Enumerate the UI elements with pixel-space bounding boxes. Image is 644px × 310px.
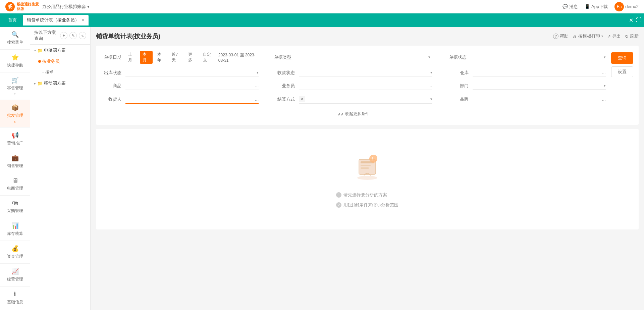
sidebar-item-basic[interactable]: ℹ 基础信息 bbox=[0, 287, 30, 309]
app-dropdown[interactable]: 办公用品行业模拟账套 ▾ bbox=[42, 4, 90, 10]
query-btn[interactable]: 查询 bbox=[611, 52, 633, 64]
goods-input[interactable]: ... bbox=[125, 82, 259, 90]
sub-layout: 按以下方案查询 + ✎ « ▾ 📁 电脑端方案 按业务员 bbox=[30, 27, 644, 310]
filter-row-4: 收货人 ... 结算方式 × ▾ bbox=[101, 95, 606, 104]
sidebar-item-sales[interactable]: 💼 销售管理 bbox=[0, 150, 30, 173]
sidebar-item-inventory[interactable]: 📊 库存核算 bbox=[0, 218, 30, 241]
box-icon: 📦 bbox=[11, 104, 19, 111]
brand-input[interactable]: ... bbox=[473, 95, 606, 103]
warehouse-ellipsis[interactable]: ... bbox=[602, 70, 606, 75]
filter-card: 单据日期 上月 本月 本年 近7天 更多 自定义 bbox=[96, 46, 639, 125]
tree-group-desktop-header[interactable]: ▾ 📁 电脑端方案 bbox=[30, 45, 90, 56]
brand-ellipsis[interactable]: ... bbox=[602, 96, 606, 102]
doc-state-select[interactable]: ▾ bbox=[471, 54, 606, 61]
finance-icon: 💰 bbox=[11, 245, 19, 252]
scheme-tree: ▾ 📁 电脑端方案 按业务员 ◦ 按单 ▸ bbox=[30, 45, 90, 310]
left-panel: 按以下方案查询 + ✎ « ▾ 📁 电脑端方案 按业务员 bbox=[30, 27, 91, 310]
doc-type-label: 单据类型 bbox=[265, 54, 291, 60]
purchase-icon: 🛍 bbox=[12, 200, 18, 207]
goods-label: 商品 bbox=[101, 83, 121, 89]
out-state-label: 出库状态 bbox=[101, 70, 121, 76]
arrow-up-icon: ▴ bbox=[14, 120, 16, 123]
dept-arrow: ▾ bbox=[604, 84, 606, 88]
empty-tips: 1 请先选择要分析的方案 2 用[过滤]条件来缩小分析范围 bbox=[336, 191, 398, 209]
sidebar-item-marketing[interactable]: 📢 营销推广 bbox=[0, 127, 30, 150]
user-area[interactable]: Ea demo2 bbox=[614, 2, 639, 11]
tree-group-mobile-header[interactable]: ▸ 📁 移动端方案 bbox=[30, 78, 90, 89]
receiver-label: 收货人 bbox=[101, 96, 121, 102]
page-title: 销货单统计表(按业务员) bbox=[96, 32, 160, 40]
sales-icon: 💼 bbox=[11, 154, 19, 162]
sidebar-item-finance[interactable]: 💰 资金管理 bbox=[0, 241, 30, 264]
warehouse-label: 仓库 bbox=[442, 70, 469, 76]
date-btn-this-year[interactable]: 本年 bbox=[155, 51, 167, 64]
dept-select[interactable]: ▾ bbox=[473, 82, 606, 90]
top-bar-right: 💬 消息 📱 App下载 Ea demo2 bbox=[562, 2, 639, 11]
collapse-btn[interactable]: ∧∧ 收起更多条件 bbox=[101, 108, 606, 119]
settle-select[interactable]: × ▾ bbox=[299, 95, 432, 104]
tab-close-window-btn[interactable]: ✕ bbox=[629, 17, 633, 23]
warehouse-input[interactable]: ... bbox=[473, 68, 606, 77]
scheme-collapse-btn[interactable]: « bbox=[79, 32, 86, 39]
refresh-btn[interactable]: ↻ 刷新 bbox=[625, 33, 639, 39]
search-icon: 🔍 bbox=[11, 31, 19, 38]
export-btn[interactable]: ↗ 导出 bbox=[607, 33, 621, 39]
date-btn-7days[interactable]: 近7天 bbox=[169, 51, 183, 64]
receipt-state-label: 收款状态 bbox=[268, 70, 295, 76]
top-bar: 畅 畅捷通好生意 标版 办公用品行业模拟账套 ▾ 💬 消息 📱 App下载 Ea… bbox=[0, 0, 644, 13]
out-state-select[interactable]: ▾ bbox=[125, 69, 259, 76]
refresh-icon: ↻ bbox=[625, 34, 629, 39]
tab-close-icon[interactable]: ✕ bbox=[81, 18, 85, 22]
date-filter: 上月 本月 本年 近7天 更多 自定义 2023-03-01 至 2023-03… bbox=[125, 51, 261, 64]
app-download-action[interactable]: 📱 App下载 bbox=[585, 4, 608, 10]
folder-icon: 📁 bbox=[37, 48, 43, 53]
tab-home[interactable]: 首页 bbox=[3, 15, 22, 25]
tree-subitem-by-order[interactable]: ◦ 按单 bbox=[30, 67, 90, 78]
cart-icon: 🛒 bbox=[11, 76, 19, 84]
sidebar-item-search[interactable]: 🔍 搜索菜单 bbox=[0, 27, 30, 50]
query-scheme-header: 按以下方案查询 + ✎ « bbox=[30, 27, 90, 45]
settle-tag[interactable]: × bbox=[299, 96, 305, 102]
query-scheme-title: 按以下方案查询 bbox=[34, 30, 57, 42]
main-layout: 🔍 搜索菜单 ⭐ 快捷导航 🛒 零售管理 ▾ 📦 批发管理 ▴ 📢 营销推广 💼… bbox=[0, 27, 644, 310]
template-print-btn[interactable]: 🖨 按模板打印 ▾ bbox=[573, 33, 603, 39]
sidebar-item-purchase[interactable]: 🛍 采购管理 bbox=[0, 196, 30, 218]
message-action[interactable]: 💬 消息 bbox=[562, 4, 578, 10]
filter-row-3: 商品 ... 业务员 ... 部门 bbox=[101, 82, 606, 90]
receipt-state-select[interactable]: ▾ bbox=[299, 69, 432, 76]
avatar: Ea bbox=[614, 2, 624, 11]
doc-type-select[interactable]: ▾ bbox=[296, 54, 431, 61]
scheme-add-btn[interactable]: + bbox=[60, 32, 67, 39]
goods-ellipsis[interactable]: ... bbox=[255, 83, 259, 88]
tip2-num: 2 bbox=[336, 202, 341, 208]
sidebar-item-retail[interactable]: 🛒 零售管理 ▾ bbox=[0, 72, 30, 100]
scheme-edit-btn[interactable]: ✎ bbox=[69, 32, 77, 39]
help-btn[interactable]: ? 帮助 bbox=[553, 33, 569, 39]
sidebar-item-wholesale[interactable]: 📦 批发管理 ▴ bbox=[0, 100, 30, 127]
settings-btn[interactable]: 设置 bbox=[611, 66, 633, 77]
date-btn-this-month[interactable]: 本月 bbox=[140, 51, 152, 64]
receiver-input[interactable]: ... bbox=[125, 95, 259, 104]
date-btn-custom[interactable]: 自定义 bbox=[200, 51, 216, 64]
date-range-display: 2023-03-01 至 2023-03-31 bbox=[218, 52, 261, 63]
sidebar-item-operation[interactable]: 📈 经营管理 bbox=[0, 264, 30, 287]
chevron-down-icon: ▾ bbox=[34, 49, 36, 52]
staff-input[interactable]: ... bbox=[299, 82, 432, 90]
date-btn-more[interactable]: 更多 bbox=[185, 51, 198, 64]
receiver-ellipsis[interactable]: ... bbox=[255, 96, 259, 102]
sidebar: 🔍 搜索菜单 ⭐ 快捷导航 🛒 零售管理 ▾ 📦 批发管理 ▴ 📢 营销推广 💼… bbox=[0, 27, 30, 310]
sidebar-item-ecom[interactable]: 🖥 电商管理 bbox=[0, 173, 30, 196]
tab-sales-stat[interactable]: 销货单统计表（按业务员） ✕ bbox=[23, 15, 89, 25]
tab-maximize-btn[interactable]: ⛶ bbox=[636, 17, 641, 23]
staff-ellipsis[interactable]: ... bbox=[428, 83, 432, 88]
logo-icon: 畅 bbox=[5, 2, 15, 11]
sidebar-item-quick-nav[interactable]: ⭐ 快捷导航 bbox=[0, 50, 30, 72]
date-btn-last-month[interactable]: 上月 bbox=[125, 51, 138, 64]
page-actions: ? 帮助 🖨 按模板打印 ▾ ↗ 导出 ↻ bbox=[553, 33, 639, 39]
page-content: 销货单统计表(按业务员) ? 帮助 🖨 按模板打印 ▾ ↗ bbox=[91, 27, 644, 310]
tree-item-by-staff[interactable]: 按业务员 bbox=[30, 56, 90, 67]
scheme-actions: + ✎ « bbox=[60, 32, 86, 39]
empty-illustration: ! bbox=[351, 149, 384, 184]
svg-point-0 bbox=[357, 176, 377, 180]
filter-row-2: 出库状态 ▾ 收款状态 ▾ 仓库 bbox=[101, 68, 606, 77]
